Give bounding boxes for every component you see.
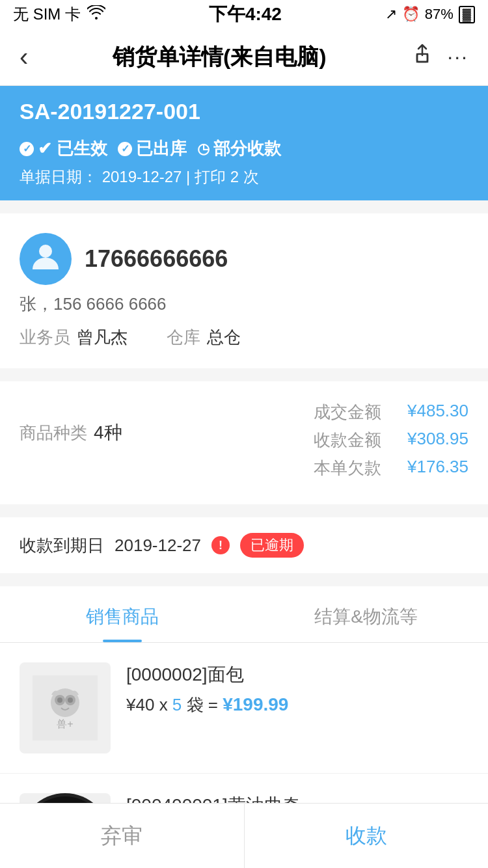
summary-left: 商品种类 4种 (20, 401, 122, 485)
product-price-1: ¥40 x 5 袋 = ¥199.99 (126, 694, 468, 716)
bottom-bar: 弃审 收款 (0, 803, 488, 868)
customer-header: 17666666666 (20, 233, 468, 285)
due-date-section: 收款到期日 2019-12-27 ! 已逾期 (0, 517, 488, 573)
debt-amount: ¥176.35 (407, 457, 468, 480)
due-date-value: 2019-12-27 (115, 536, 201, 556)
transaction-row: 成交金额 ¥485.30 (314, 401, 468, 424)
due-label: 收款到期日 (20, 534, 104, 557)
salesman-info: 业务员 曾凡杰 (20, 326, 128, 349)
receipt-label: 收款金额 (314, 429, 381, 452)
category-label: 商品种类 (20, 422, 87, 444)
carrier-text: 无 SIM 卡 (13, 4, 81, 25)
check-icon-2: ✓ (118, 142, 132, 156)
share-button[interactable] (411, 42, 434, 72)
salesman-value: 曾凡杰 (77, 326, 128, 349)
alarm-icon: ⏰ (402, 6, 420, 23)
category-value: 4种 (94, 420, 122, 445)
status-badges: ✓ ✔ 已生效 ✓ 已出库 ◷ 部分收款 (20, 137, 281, 160)
svg-point-6 (57, 698, 62, 703)
warehouse-label: 仓库 (167, 326, 200, 349)
summary-section: 商品种类 4种 成交金额 ¥485.30 收款金额 ¥308.95 本单欠款 ¥… (0, 381, 488, 504)
customer-meta: 业务员 曾凡杰 仓库 总仓 (20, 326, 468, 349)
svg-text:兽+: 兽+ (57, 718, 73, 729)
tabs-header: 销售商品 结算&物流等 (0, 586, 488, 643)
badge-partial-payment: ◷ 部分收款 (197, 137, 281, 160)
tab-sales-products[interactable]: 销售商品 (0, 586, 244, 642)
wifi-icon (87, 5, 105, 23)
nav-actions: ··· (411, 42, 468, 72)
category-row: 商品种类 4种 (20, 420, 122, 445)
date-label: 单据日期： (20, 168, 98, 185)
salesman-label: 业务员 (20, 326, 70, 349)
more-button[interactable]: ··· (447, 45, 468, 69)
transaction-amount: ¥485.30 (407, 401, 468, 424)
check-icon-1: ✓ (20, 142, 34, 156)
battery-text: 87% (425, 6, 454, 23)
unit-1: 袋 (187, 695, 204, 714)
location-icon: ↗ (385, 6, 397, 23)
order-id-text: SA-20191227-001 (20, 99, 200, 124)
battery-icon: ▓ (459, 6, 475, 23)
cancel-button[interactable]: 弃审 (0, 804, 245, 868)
customer-sub-info: 张，156 6666 6666 (20, 293, 468, 316)
status-time: 下午4:42 (209, 2, 282, 27)
price-base-1: ¥40 (126, 695, 154, 714)
status-bar: 无 SIM 卡 下午4:42 ↗ ⏰ 87% ▓ (0, 0, 488, 29)
debt-row: 本单欠款 ¥176.35 (314, 457, 468, 480)
customer-section: 17666666666 张，156 6666 6666 业务员 曾凡杰 仓库 总… (0, 213, 488, 368)
status-left: 无 SIM 卡 (13, 4, 105, 25)
warehouse-value: 总仓 (207, 326, 241, 349)
confirm-button[interactable]: 收款 (245, 804, 489, 868)
overdue-warning-icon: ! (211, 536, 230, 554)
svg-point-7 (68, 698, 73, 703)
overdue-badge: 已逾期 (240, 533, 304, 558)
debt-label: 本单欠款 (314, 457, 381, 480)
print-info: | 打印 2 次 (186, 168, 259, 185)
nav-bar: ‹ 销货单详情(来自电脑) ··· (0, 29, 488, 86)
back-button[interactable]: ‹ (20, 42, 28, 72)
summary-right: 成交金额 ¥485.30 收款金额 ¥308.95 本单欠款 ¥176.35 (314, 401, 468, 485)
receipt-amount: ¥308.95 (407, 429, 468, 452)
header-banner: SA-20191227-001 ✓ ✔ 已生效 ✓ 已出库 ◷ 部分收款 单据日… (0, 86, 488, 200)
badge-shipped: ✓ 已出库 (118, 137, 187, 160)
receipt-row: 收款金额 ¥308.95 (314, 429, 468, 452)
product-name-1: [0000002]面包 (126, 662, 468, 687)
page-title: 销货单详情(来自电脑) (113, 42, 327, 72)
warehouse-info: 仓库 总仓 (167, 326, 241, 349)
avatar (20, 233, 72, 285)
total-1: ¥199.99 (223, 694, 288, 714)
status-right: ↗ ⏰ 87% ▓ (385, 6, 475, 23)
list-item: 兽+ [0000002]面包 ¥40 x 5 袋 = ¥199.99 (0, 643, 488, 774)
person-icon (29, 239, 62, 278)
customer-username: 17666666666 (85, 245, 228, 273)
product-info-1: [0000002]面包 ¥40 x 5 袋 = ¥199.99 (126, 662, 468, 716)
order-date: 单据日期： 2019-12-27 | 打印 2 次 (20, 167, 468, 187)
svg-point-1 (39, 245, 52, 258)
clock-icon: ◷ (197, 141, 210, 157)
transaction-label: 成交金额 (314, 401, 381, 424)
badge-effective: ✓ ✔ 已生效 (20, 137, 107, 160)
product-thumbnail-1: 兽+ (20, 662, 111, 753)
order-id-row: SA-20191227-001 ✓ ✔ 已生效 ✓ 已出库 ◷ 部分收款 (20, 99, 468, 160)
date-value: 2019-12-27 (102, 168, 182, 185)
tab-settlement-logistics[interactable]: 结算&物流等 (244, 586, 488, 642)
quantity-1: 5 (172, 695, 182, 714)
